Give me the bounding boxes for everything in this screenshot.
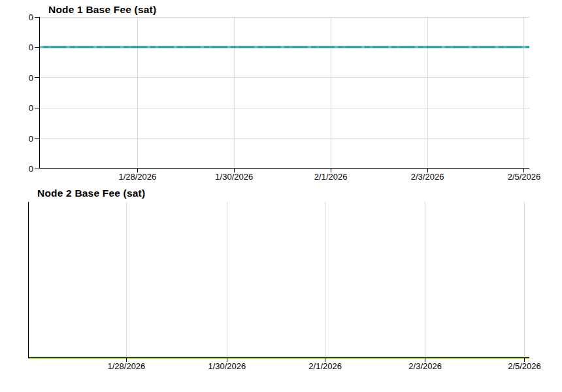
x-tick-label: 1/28/2026: [107, 362, 145, 371]
y-axis-line: [39, 17, 40, 169]
x-tick-mark: [524, 358, 525, 362]
chart-title: Node 2 Base Fee (sat): [37, 188, 145, 199]
x-tick-mark: [425, 358, 425, 362]
y-axis-line: [28, 202, 29, 358]
x-tick-label: 1/30/2026: [208, 362, 246, 371]
x-axis-line: [28, 357, 529, 358]
y-tick-label: 0: [29, 104, 33, 112]
x-tick-label: 2/1/2026: [314, 172, 348, 182]
x-gridline: [126, 202, 127, 358]
x-gridline: [524, 202, 525, 358]
x-gridline: [523, 17, 524, 169]
x-tick-mark: [234, 169, 235, 172]
x-tick-mark: [227, 358, 227, 362]
x-tick-mark: [137, 169, 138, 172]
x-gridline: [427, 17, 428, 169]
x-tick-label: 1/30/2026: [215, 172, 253, 182]
y-tick-label: 0: [29, 43, 33, 52]
y-tick-mark: [35, 47, 39, 48]
x-tick-label: 2/3/2026: [411, 172, 444, 182]
x-tick-label: 2/3/2026: [408, 362, 442, 371]
plot-area: 1/28/20261/30/20262/1/20262/3/20262/5/20…: [28, 202, 529, 358]
y-tick-label: 0: [29, 165, 33, 173]
x-gridline: [325, 202, 325, 358]
x-gridline: [425, 202, 425, 358]
y-tick-label: 0: [29, 134, 33, 142]
plot-area: 0000001/28/20261/30/20262/1/20262/3/2026…: [39, 17, 529, 169]
chart-title: Node 1 Base Fee (sat): [48, 4, 156, 16]
y-tick-label: 0: [29, 73, 33, 82]
x-gridline: [227, 202, 227, 358]
y-gridline: [39, 77, 529, 78]
y-tick-label: 0: [29, 13, 33, 22]
y-gridline: [39, 17, 529, 18]
x-tick-label: 1/28/2026: [118, 172, 156, 182]
x-tick-mark: [427, 169, 428, 172]
x-axis-line: [39, 168, 529, 169]
x-tick-label: 2/5/2026: [508, 362, 541, 371]
x-gridline: [137, 17, 138, 169]
series-line-node1: [40, 46, 529, 48]
y-tick-mark: [35, 108, 39, 108]
y-gridline: [39, 138, 529, 139]
y-tick-mark: [35, 169, 39, 169]
y-tick-mark: [35, 17, 39, 18]
x-tick-mark: [523, 169, 524, 172]
x-gridline: [234, 17, 235, 169]
x-tick-label: 2/1/2026: [308, 362, 342, 371]
x-tick-mark: [331, 169, 331, 172]
y-tick-mark: [35, 77, 39, 78]
x-tick-label: 2/5/2026: [508, 172, 541, 182]
y-tick-mark: [35, 138, 39, 139]
x-gridline: [331, 17, 331, 169]
x-tick-mark: [126, 358, 127, 362]
x-tick-mark: [325, 358, 325, 362]
y-gridline: [39, 108, 529, 108]
charts-canvas: Node 1 Base Fee (sat) 0000001/28/20261/3…: [0, 0, 562, 392]
